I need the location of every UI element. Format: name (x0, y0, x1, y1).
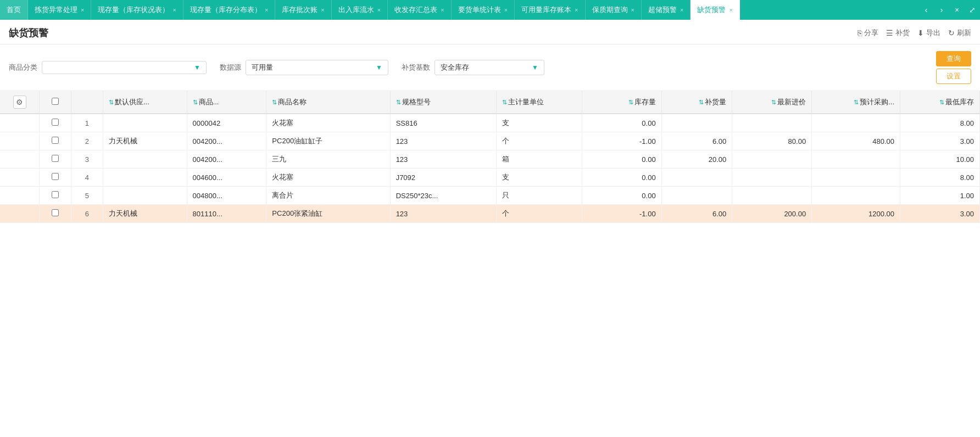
tab-item-stock-dist[interactable]: 现存量（库存分布表）× (183, 0, 275, 20)
sort-icon: ⇅ (854, 99, 859, 105)
tab-close-icon[interactable]: × (172, 7, 176, 13)
col-est-purchase[interactable]: ⇅预计采购... (812, 91, 900, 114)
td-spec: 123 (390, 132, 496, 150)
tab-close-icon[interactable]: × (729, 7, 732, 13)
category-select[interactable]: ▼ (42, 61, 207, 74)
col-stock-qty[interactable]: ⇅库存量 (582, 91, 661, 114)
tab-close-icon[interactable]: × (265, 7, 268, 13)
col-product-code[interactable]: ⇅商品... (187, 91, 266, 114)
filter-bar: 商品分类 ▼ 数据源 可用量 ▼ 补货基数 安全库存 ▼ 查询 设置 (0, 44, 980, 91)
tab-expand-button[interactable]: ⤢ (965, 0, 980, 20)
tab-close-icon[interactable]: × (441, 7, 444, 13)
datasource-select-value: 可用量 (252, 63, 273, 72)
td-product-code: 004200... (187, 150, 266, 169)
row-checkbox[interactable] (52, 173, 59, 180)
row-checkbox[interactable] (52, 137, 59, 144)
tab-close-icon[interactable]: × (680, 7, 683, 13)
tab-close-icon[interactable]: × (377, 7, 381, 13)
datasource-select[interactable]: 可用量 ▼ (246, 60, 388, 75)
tab-label: 出入库流水 (338, 5, 374, 15)
select-all-checkbox[interactable] (52, 98, 59, 105)
td-product-code: 004800... (187, 187, 266, 205)
replenish-button[interactable]: ☰ 补货 (886, 28, 910, 38)
export-icon: ⬇ (917, 29, 924, 37)
query-button[interactable]: 查询 (936, 51, 971, 66)
tab-item-shortage[interactable]: 缺货预警× (691, 0, 739, 20)
td-unit: 只 (496, 187, 582, 205)
tab-item-batch-account[interactable]: 库存批次账× (275, 0, 331, 20)
td-spec: 123 (390, 205, 496, 223)
tab-item-expiry-query[interactable]: 保质期查询× (586, 0, 642, 20)
row-checkbox[interactable] (52, 119, 59, 126)
tab-item-order-stats[interactable]: 要货单统计表× (452, 0, 515, 20)
td-product-code: 004200... (187, 132, 266, 150)
tab-close-icon[interactable]: × (504, 7, 508, 13)
td-unit: 个 (496, 132, 582, 150)
sort-icon: ⇅ (502, 99, 507, 105)
tab-label: 现存量（库存状况表） (98, 5, 169, 15)
td-replenish-qty (661, 169, 732, 187)
td-est-purchase: 1200.00 (812, 205, 900, 223)
tab-close-icon[interactable]: × (321, 7, 324, 13)
table-row: 10000042火花塞SS816支0.008.00 (0, 114, 980, 132)
replenish-basis-chevron-icon: ▼ (532, 64, 538, 71)
td-stock-qty: 0.00 (582, 150, 661, 169)
td-row-num: 1 (71, 114, 103, 132)
table-container: ⚙ ⇅默认供应... ⇅商品... ⇅商品名称 (0, 91, 980, 223)
tab-item-home[interactable]: 首页 (0, 0, 28, 20)
tab-item-inout-flow[interactable]: 出入库流水× (332, 0, 388, 20)
td-product-name: 三九 (266, 150, 390, 169)
tab-item-collect-summary[interactable]: 收发存汇总表× (388, 0, 451, 20)
td-latest-price (732, 169, 812, 187)
sort-icon: ⇅ (628, 99, 633, 105)
category-filter-group: 商品分类 ▼ (9, 61, 207, 74)
sort-icon: ⇅ (272, 99, 277, 105)
tab-close-icon[interactable]: × (631, 7, 634, 13)
col-gear: ⚙ (0, 91, 40, 114)
tab-item-stock-status[interactable]: 现存量（库存状况表）× (91, 0, 183, 20)
share-button[interactable]: ⎘ 分享 (858, 28, 878, 38)
td-latest-price: 200.00 (732, 205, 812, 223)
share-icon: ⎘ (858, 29, 862, 37)
td-stock-qty: -1.00 (582, 205, 661, 223)
tab-item-exception[interactable]: 拣货异常处理× (28, 0, 91, 20)
col-replenish-qty[interactable]: ⇅补货量 (661, 91, 732, 114)
table-row: 2力天机械004200...PC200油缸缸子123个-1.006.0080.0… (0, 132, 980, 150)
td-default-supplier (103, 187, 187, 205)
td-min-stock: 8.00 (900, 169, 980, 187)
tab-close-icon[interactable]: × (81, 7, 84, 13)
table-header-row: ⚙ ⇅默认供应... ⇅商品... ⇅商品名称 (0, 91, 980, 114)
sort-icon: ⇅ (771, 99, 776, 105)
td-replenish-qty: 6.00 (661, 205, 732, 223)
row-checkbox[interactable] (52, 209, 59, 216)
tab-prev-button[interactable]: ‹ (918, 0, 934, 20)
settings-button[interactable]: 设置 (936, 69, 971, 84)
tab-bar: 首页拣货异常处理×现存量（库存状况表）×现存量（库存分布表）×库存批次账×出入库… (0, 0, 980, 20)
tab-next-button[interactable]: › (934, 0, 949, 20)
table-gear-button[interactable]: ⚙ (13, 96, 26, 109)
refresh-button[interactable]: ↻ 刷新 (948, 28, 971, 38)
row-checkbox[interactable] (52, 191, 59, 198)
export-button[interactable]: ⬇ 导出 (917, 28, 940, 38)
replenish-basis-select[interactable]: 安全库存 ▼ (435, 60, 544, 75)
td-replenish-qty: 6.00 (661, 132, 732, 150)
td-unit: 支 (496, 114, 582, 132)
datasource-chevron-icon: ▼ (376, 64, 382, 71)
col-product-name[interactable]: ⇅商品名称 (266, 91, 390, 114)
tab-close-button[interactable]: × (949, 0, 965, 20)
tab-item-avail-ledger[interactable]: 可用量库存账本× (515, 0, 585, 20)
sort-icon: ⇅ (699, 99, 704, 105)
col-min-stock[interactable]: ⇅最低库存 (900, 91, 980, 114)
tab-item-overstock[interactable]: 超储预警× (642, 0, 691, 20)
col-spec[interactable]: ⇅规格型号 (390, 91, 496, 114)
sort-icon: ⇅ (939, 99, 944, 105)
td-row-num: 6 (71, 205, 103, 223)
col-unit[interactable]: ⇅主计量单位 (496, 91, 582, 114)
col-latest-price[interactable]: ⇅最新进价 (732, 91, 812, 114)
col-default-supplier[interactable]: ⇅默认供应... (103, 91, 187, 114)
row-checkbox[interactable] (52, 155, 59, 162)
td-stock-qty: 0.00 (582, 169, 661, 187)
table-row: 4004600...火花塞J7092支0.008.00 (0, 169, 980, 187)
td-product-code: 0000042 (187, 114, 266, 132)
tab-close-icon[interactable]: × (575, 7, 578, 13)
